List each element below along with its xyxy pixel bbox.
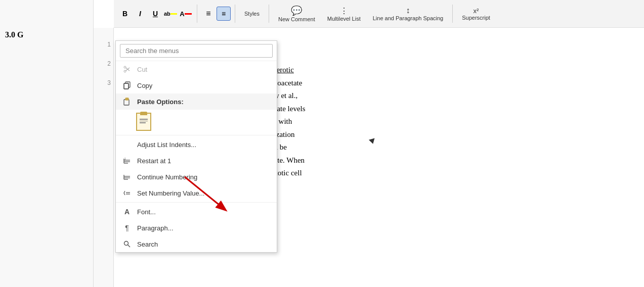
fontcolor-button[interactable]: A xyxy=(179,7,193,21)
multilevel-list-button[interactable]: ⋮ Multilevel List xyxy=(322,4,366,24)
italic-button[interactable]: I xyxy=(133,7,147,21)
sep-4 xyxy=(452,5,453,23)
adjust-list-label: Adjust List Indents... xyxy=(137,141,196,149)
menu-item-set-value[interactable]: Set Numbering Value... xyxy=(116,185,277,201)
menu-item-adjust-list[interactable]: Adjust List Indents... xyxy=(116,136,277,153)
clipboard-clip xyxy=(140,112,147,115)
fontcolor-indicator xyxy=(185,13,192,15)
svg-text:1: 1 xyxy=(124,157,126,160)
svg-rect-5 xyxy=(124,83,128,89)
continue-label: Continue Numbering xyxy=(137,173,197,181)
menu-item-continue[interactable]: Continue Numbering xyxy=(116,169,277,185)
set-value-label: Set Numbering Value... xyxy=(137,189,204,197)
scissors-icon xyxy=(122,64,132,74)
search-label: Search xyxy=(137,241,158,248)
restart-icon: 1 xyxy=(122,156,132,166)
divider-1 xyxy=(116,135,277,135)
sep-2 xyxy=(235,5,235,23)
menu-item-paste-icon[interactable] xyxy=(116,110,277,134)
menu-item-paste-header: Paste Options: xyxy=(116,93,277,110)
font-label: Font... xyxy=(137,208,156,216)
svg-point-20 xyxy=(124,242,128,246)
svg-rect-8 xyxy=(125,98,128,100)
line-num-1: 1 xyxy=(94,38,113,51)
highlight-button[interactable]: ab xyxy=(163,7,178,21)
paste-header-icon xyxy=(122,97,132,107)
search-input[interactable] xyxy=(120,44,273,58)
toolbar: B I U ab A ≡ ≡ Styles 💬 New Comment ⋮ Mu… xyxy=(114,0,644,28)
search-icon xyxy=(122,239,132,249)
paragraph-label: Paragraph... xyxy=(137,224,174,232)
font-icon: A xyxy=(122,207,132,217)
menu-item-search[interactable]: Search xyxy=(116,236,277,252)
section-heading: 3.0 G xyxy=(0,0,93,39)
multilevel-icon: ⋮ xyxy=(340,6,348,16)
copy-icon xyxy=(122,80,132,90)
line-num-2: 2 xyxy=(94,57,113,70)
copy-label: Copy xyxy=(137,82,152,89)
linespacing-icon: ↕ xyxy=(406,6,410,15)
underline-button[interactable]: U xyxy=(148,7,162,21)
comment-icon: 💬 xyxy=(291,5,302,16)
line-spacing-button[interactable]: ↕ Line and Paragraph Spacing xyxy=(368,4,448,23)
menu-item-cut[interactable]: Cut xyxy=(116,61,277,77)
sep-3 xyxy=(269,5,269,23)
menu-item-copy[interactable]: Copy xyxy=(116,77,277,93)
highlight-indicator xyxy=(170,13,177,15)
adjust-list-icon xyxy=(122,139,132,150)
sep-1 xyxy=(197,5,197,23)
menu-item-paragraph[interactable]: ¶ Paragraph... xyxy=(116,220,277,236)
menu-item-restart[interactable]: 1 Restart at 1 xyxy=(116,153,277,169)
divider-2 xyxy=(116,202,277,203)
line-num-3: 3 xyxy=(94,76,113,89)
continue-icon xyxy=(122,172,132,182)
paste-clipboard-icon xyxy=(136,113,151,131)
menu-item-font[interactable]: A Font... xyxy=(116,204,277,220)
restart-label: Restart at 1 xyxy=(137,157,171,165)
search-box-wrapper xyxy=(116,41,277,61)
new-comment-button[interactable]: 💬 New Comment xyxy=(273,3,320,24)
bold-button[interactable]: B xyxy=(118,7,132,21)
svg-line-21 xyxy=(128,245,131,248)
line-numbers: 1 2 3 xyxy=(94,28,114,287)
paste-options-label: Paste Options: xyxy=(137,98,184,106)
clipboard-lines xyxy=(140,119,148,123)
styles-button[interactable]: Styles xyxy=(239,9,265,19)
bullets-button[interactable]: ≡ xyxy=(201,7,216,21)
cut-label: Cut xyxy=(137,66,147,73)
setvalue-icon xyxy=(122,188,132,198)
superscript-button[interactable]: x² Superscript xyxy=(457,5,495,23)
context-menu: Cut Copy Paste Options: xyxy=(115,40,277,253)
left-sidebar: 3.0 G xyxy=(0,0,94,287)
paragraph-icon: ¶ xyxy=(122,223,132,233)
numbering-button[interactable]: ≡ xyxy=(217,7,231,21)
superscript-icon: x² xyxy=(474,7,479,15)
